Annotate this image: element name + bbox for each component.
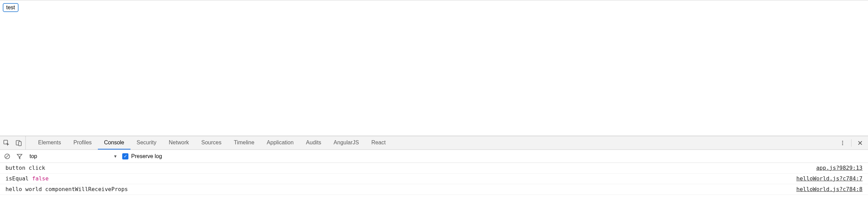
- log-message: hello world componentWillReceiveProps: [5, 185, 128, 193]
- devtools-tabbar: ElementsProfilesConsoleSecurityNetworkSo…: [0, 136, 868, 150]
- log-message: button click: [5, 164, 45, 172]
- log-text: button click: [5, 164, 45, 172]
- log-source-link[interactable]: helloWorld.js?c784:8: [796, 185, 863, 193]
- filter-icon[interactable]: [16, 153, 23, 160]
- tab-timeline[interactable]: Timeline: [228, 136, 261, 149]
- devtools-tabs: ElementsProfilesConsoleSecurityNetworkSo…: [26, 136, 392, 149]
- console-log: button clickapp.js?9829:13isEqualfalsehe…: [0, 163, 868, 211]
- tab-security[interactable]: Security: [130, 136, 163, 149]
- svg-point-4: [842, 142, 843, 143]
- tab-angularjs[interactable]: AngularJS: [328, 136, 365, 149]
- log-source-link[interactable]: helloWorld.js?c784:7: [796, 175, 863, 183]
- log-message: isEqualfalse: [5, 175, 49, 183]
- close-devtools-icon[interactable]: [856, 139, 864, 147]
- log-source-link[interactable]: app.js?9829:13: [816, 164, 863, 172]
- page-content: test: [0, 0, 868, 136]
- tab-console[interactable]: Console: [98, 136, 130, 149]
- device-toolbar-icon[interactable]: [15, 139, 23, 147]
- tabbar-left-tools: [0, 136, 26, 149]
- log-row: button clickapp.js?9829:13: [0, 163, 868, 174]
- chevron-down-icon: ▼: [113, 154, 117, 159]
- more-options-icon[interactable]: [839, 139, 846, 147]
- svg-point-3: [842, 141, 843, 142]
- svg-point-5: [842, 144, 843, 145]
- log-value-boolean: false: [32, 175, 48, 183]
- clear-console-icon[interactable]: [3, 153, 11, 160]
- log-text: hello world componentWillReceiveProps: [5, 185, 128, 193]
- preserve-log-toggle[interactable]: ✓ Preserve log: [122, 153, 162, 159]
- tab-sources[interactable]: Sources: [195, 136, 228, 149]
- log-row: hello world componentWillReceivePropshel…: [0, 184, 868, 195]
- context-selector[interactable]: top ▼: [28, 153, 117, 159]
- console-filterbar: top ▼ ✓ Preserve log: [0, 150, 868, 163]
- tab-elements[interactable]: Elements: [32, 136, 67, 149]
- test-button[interactable]: test: [3, 3, 19, 12]
- log-row: isEqualfalsehelloWorld.js?c784:7: [0, 174, 868, 184]
- inspect-element-icon[interactable]: [3, 139, 10, 147]
- divider: [851, 139, 852, 147]
- tab-profiles[interactable]: Profiles: [67, 136, 98, 149]
- tab-network[interactable]: Network: [163, 136, 195, 149]
- svg-rect-2: [19, 142, 21, 146]
- context-selector-label: top: [30, 153, 37, 159]
- preserve-log-label: Preserve log: [131, 153, 162, 159]
- tabbar-right-tools: [835, 136, 868, 149]
- checkbox-checked-icon: ✓: [122, 153, 128, 159]
- devtools-panel: ElementsProfilesConsoleSecurityNetworkSo…: [0, 136, 868, 211]
- tab-application[interactable]: Application: [261, 136, 300, 149]
- log-text: isEqual: [5, 175, 28, 183]
- tab-react[interactable]: React: [365, 136, 392, 149]
- tab-audits[interactable]: Audits: [300, 136, 327, 149]
